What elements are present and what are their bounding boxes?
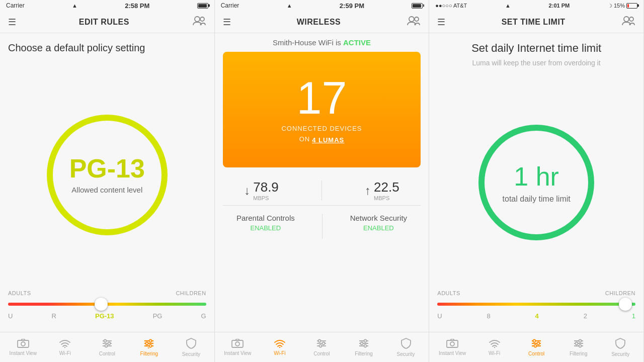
slider-wrapper-1[interactable]: [8, 299, 206, 309]
tab-wifi-2[interactable]: Wi-Fi: [259, 336, 301, 359]
parental-label: Parental Controls: [236, 214, 295, 222]
tab-label-wifi-1: Wi-Fi: [59, 350, 71, 356]
slider-ticks-1: U R PG-13 PG G: [8, 312, 206, 320]
tick-U-3: U: [437, 312, 442, 320]
panel-wireless: Carrier ▲ 2:59 PM ☰ WIRELESS Smith-House…: [215, 0, 430, 362]
slider-right-label-1: CHILDREN: [176, 290, 206, 296]
battery-moon-group: ☽ 15%: [608, 3, 637, 9]
tab-control-1[interactable]: Control: [86, 335, 128, 359]
tab-wifi-3[interactable]: Wi-Fi: [473, 336, 516, 359]
upload-unit: MBPS: [374, 195, 399, 201]
svg-point-8: [104, 339, 106, 342]
svg-point-9: [108, 342, 110, 344]
tab-control-2[interactable]: Control: [301, 335, 343, 359]
tab-filtering-2[interactable]: Filtering: [343, 335, 385, 359]
svg-point-31: [364, 339, 367, 342]
rating-sublabel: Allowed content level: [71, 186, 142, 194]
tab-label-instant-view-2: Instant View: [224, 350, 251, 356]
slider-labels-top-1: ADULTS CHILDREN: [8, 290, 206, 296]
tick-PG13: PG-13: [95, 312, 114, 320]
controls-divider: [322, 214, 323, 239]
tick-R: R: [51, 312, 56, 320]
tab-filtering-1[interactable]: Filtering: [128, 335, 171, 359]
tab-bar-2: Instant View Wi-Fi Control Filtering Sec…: [215, 332, 429, 362]
time-circle: 1 hr total daily time limit: [478, 125, 594, 240]
group-icon-2[interactable]: [407, 15, 421, 29]
tab-control-3[interactable]: Control: [515, 335, 557, 359]
tab-security-1[interactable]: Security: [170, 335, 212, 360]
speed-row: ↓ 78.9 MBPS ↑ 22.5 MBPS: [223, 175, 421, 206]
tab-label-wifi-3: Wi-Fi: [489, 350, 500, 356]
panel1-content: Choose a default policy setting PG-13 Al…: [0, 33, 214, 332]
tab-label-security-1: Security: [182, 351, 200, 357]
menu-button-3[interactable]: ☰: [437, 17, 445, 28]
tab-wifi-1[interactable]: Wi-Fi: [44, 336, 87, 359]
time-limit-title: Set daily Internet time limit: [437, 41, 635, 56]
time-slider-section: ADULTS CHILDREN U 8 4 2 1: [437, 290, 635, 324]
rating-slider-section: ADULTS CHILDREN U R PG-13 PG G: [8, 290, 206, 324]
tab-label-control-3: Control: [528, 351, 544, 356]
controls-row: Parental Controls ENABLED Network Securi…: [223, 214, 421, 239]
group-icon-3[interactable]: [621, 15, 635, 29]
tab-bar-1: Instant View Wi-Fi Control Filtering: [0, 332, 214, 362]
tick-4: 4: [535, 312, 539, 320]
connected-label: CONNECTED DEVICES: [281, 125, 362, 132]
time-sublabel: total daily time limit: [503, 195, 571, 204]
svg-point-20: [235, 342, 239, 346]
tab-label-wifi-2: Wi-Fi: [274, 350, 285, 356]
panel-set-time-limit: ●●○○○ AT&T ▲ 2:01 PM ☽ 15% ☰ SET TIME LI…: [429, 0, 644, 362]
speed-divider: [321, 180, 322, 201]
menu-button-2[interactable]: ☰: [223, 17, 231, 28]
slider-labels-top-3: ADULTS CHILDREN: [437, 290, 635, 296]
slider-wrapper-3[interactable]: [437, 299, 635, 309]
download-item: ↓ 78.9 MBPS: [244, 179, 279, 201]
instant-view-icon-1: [17, 339, 29, 349]
status-bar-2: Carrier ▲ 2:59 PM: [215, 0, 429, 11]
filtering-tab-icon-3: [573, 338, 584, 350]
lumas-link[interactable]: 4 LUMAS: [312, 136, 344, 144]
svg-point-1: [200, 17, 204, 21]
svg-point-44: [534, 344, 537, 347]
users-icon-3: [621, 15, 635, 26]
panel3-content: Set daily Internet time limit Luma will …: [429, 33, 643, 332]
tab-label-instant-view-1: Instant View: [10, 350, 37, 356]
tab-label-security-2: Security: [396, 351, 415, 357]
header-2: ☰ WIRELESS: [215, 11, 429, 33]
speed-card: 17 CONNECTED DEVICES ON 4 LUMAS: [223, 52, 421, 167]
svg-point-4: [64, 346, 65, 347]
tab-security-2[interactable]: Security: [385, 335, 427, 360]
menu-button-1[interactable]: ☰: [8, 17, 16, 28]
tick-U: U: [8, 312, 13, 320]
svg-point-35: [629, 17, 633, 21]
security-tab-icon-3: [615, 338, 625, 350]
svg-point-43: [537, 342, 540, 344]
svg-point-17: [409, 17, 414, 22]
svg-point-32: [361, 342, 363, 344]
tab-filtering-3[interactable]: Filtering: [557, 335, 600, 359]
svg-point-50: [579, 344, 581, 347]
wifi-signal-3: ▲: [505, 3, 511, 9]
network-label: Network Security: [350, 214, 407, 222]
slider-thumb-1[interactable]: [95, 298, 108, 311]
time-2: 2:59 PM: [340, 2, 364, 10]
slider-left-label-1: ADULTS: [8, 290, 31, 296]
carrier-2: Carrier: [221, 2, 239, 9]
time-1: 2:58 PM: [125, 2, 149, 10]
slider-ticks-3: U 8 4 2 1: [437, 312, 635, 320]
filtering-tab-icon-2: [358, 338, 369, 350]
download-unit: MBPS: [253, 195, 279, 201]
status-bar-1: Carrier ▲ 2:58 PM: [0, 0, 214, 11]
svg-point-48: [579, 339, 581, 342]
svg-point-34: [624, 17, 629, 22]
panel2-content: Smith-House WiFi is ACTIVE 17 CONNECTED …: [215, 33, 429, 332]
tab-instant-view-2[interactable]: Instant View: [217, 336, 259, 359]
tab-security-3[interactable]: Security: [599, 335, 641, 360]
group-icon-1[interactable]: [192, 15, 206, 29]
svg-point-37: [450, 342, 454, 346]
slider-thumb-3[interactable]: [619, 298, 632, 311]
instant-view-icon-2: [231, 339, 244, 349]
tab-instant-view-3[interactable]: Instant View: [431, 336, 473, 359]
tab-instant-view-1[interactable]: Instant View: [2, 336, 44, 359]
users-icon-1: [192, 15, 206, 26]
security-tab-icon-1: [186, 338, 196, 350]
